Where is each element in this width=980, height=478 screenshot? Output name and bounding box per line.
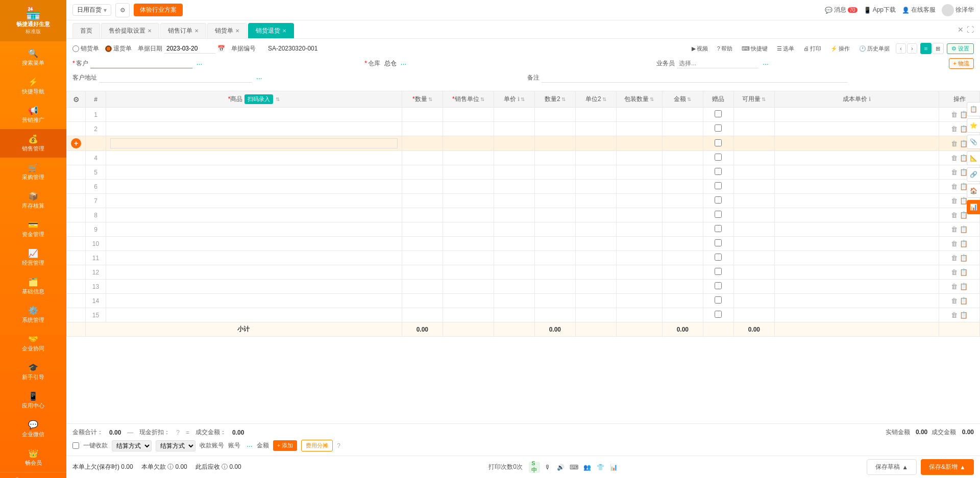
right-float-star[interactable]: ⭐ — [967, 118, 980, 133]
sidebar-item-wechat[interactable]: 💬 企业微信 — [0, 415, 66, 443]
pkg-qty-cell[interactable] — [616, 136, 662, 151]
unit2-cell[interactable] — [575, 108, 616, 122]
delete-row-btn[interactable]: 🗑 — [951, 168, 958, 176]
pkg-qty-cell[interactable] — [616, 122, 662, 136]
sale-radio-input[interactable] — [72, 45, 79, 52]
product-cell[interactable] — [106, 108, 402, 122]
product-cell[interactable] — [106, 136, 402, 151]
gift-cell[interactable] — [703, 122, 733, 136]
address-input[interactable] — [99, 73, 252, 83]
delete-row-btn[interactable]: 🗑 — [951, 125, 958, 133]
customer-picker-btn[interactable]: ··· — [197, 60, 203, 68]
right-float-link[interactable]: 🔗 — [967, 167, 980, 182]
sidebar-item-basic[interactable]: 🗂️ 基础信息 — [0, 272, 66, 300]
available-cell[interactable] — [733, 108, 774, 122]
sidebar-item-system[interactable]: ⚙️ 系统管理 — [0, 300, 66, 329]
sidebar-item-collab[interactable]: 🤝 企业协同 — [0, 329, 66, 358]
qty2-cell[interactable] — [534, 122, 575, 136]
delete-row-btn[interactable]: 🗑 — [951, 183, 958, 190]
tool-btn-4[interactable]: ⌨ — [569, 462, 580, 473]
amount-cell[interactable] — [662, 136, 703, 151]
experience-button[interactable]: 体验行业方案 — [134, 4, 183, 16]
settings-action-btn[interactable]: ⚙ 设置 — [947, 43, 974, 54]
tool-btn-7[interactable]: 📊 — [608, 462, 620, 473]
price-cell[interactable] — [494, 136, 534, 151]
select-btn[interactable]: ☰ 选单 — [774, 44, 797, 54]
sidebar-item-business[interactable]: 📈 经营管理 — [0, 243, 66, 272]
calc-select[interactable]: 结算方式 — [156, 440, 195, 451]
right-float-attach[interactable]: 📎 — [967, 135, 980, 149]
amount-cell[interactable] — [662, 122, 703, 136]
sidebar-item-member[interactable]: 👑 畅会员 — [0, 443, 66, 472]
gift-cell[interactable] — [703, 108, 733, 122]
right-float-active[interactable]: 📊 — [967, 200, 980, 214]
right-float-home[interactable]: 🏠 — [967, 184, 980, 198]
account-picker-btn[interactable]: ··· — [247, 442, 253, 450]
sidebar-item-sales[interactable]: 💰 销售管理 — [0, 129, 66, 158]
sidebar-item-inventory[interactable]: 📦 库存核算 — [0, 186, 66, 215]
calendar-icon[interactable]: 📅 — [217, 45, 225, 52]
delete-row-btn[interactable]: 🗑 — [951, 254, 958, 262]
delete-row-btn[interactable]: 🗑 — [951, 111, 958, 118]
tool-btn-5[interactable]: 👥 — [582, 462, 593, 473]
copy-row-btn[interactable]: 📋 — [960, 283, 968, 290]
return-radio-input[interactable] — [105, 45, 112, 52]
delete-row-btn[interactable]: 🗑 — [951, 268, 958, 276]
close-all-tabs-btn[interactable]: ✕ — [958, 26, 964, 34]
video-btn[interactable]: ▶ 视频 — [689, 44, 711, 54]
sidebar-item-marketing[interactable]: 📢 营销推广 — [0, 100, 66, 129]
delete-row-btn[interactable]: 🗑 — [951, 297, 958, 305]
delete-row-btn[interactable]: 🗑 — [951, 225, 958, 233]
sidebar-item-quicknav[interactable]: ⚡ 快捷导航 — [0, 72, 66, 100]
gift-checkbox[interactable] — [715, 296, 722, 304]
gift-checkbox[interactable] — [715, 311, 722, 318]
amount-cell[interactable] — [662, 108, 703, 122]
delete-row-btn[interactable]: 🗑 — [951, 140, 958, 147]
sales-unit-cell[interactable] — [443, 136, 494, 151]
tab-sales-order[interactable]: 销售订单 ✕ — [160, 23, 206, 38]
copy-row-btn[interactable]: 📋 — [960, 297, 968, 305]
available-cell[interactable] — [733, 136, 774, 151]
tool-btn-6[interactable]: 👕 — [595, 462, 606, 473]
price-cell[interactable] — [494, 122, 534, 136]
sales-unit-cell[interactable] — [443, 122, 494, 136]
tab-price-close[interactable]: ✕ — [148, 28, 152, 34]
delete-row-btn[interactable]: 🗑 — [951, 283, 958, 290]
gift-checkbox[interactable] — [715, 110, 722, 117]
available-cell[interactable] — [733, 122, 774, 136]
tab-sales[interactable]: 销货单 ✕ — [207, 23, 247, 38]
copy-row-btn[interactable]: 📋 — [960, 311, 968, 319]
user-profile[interactable]: 徐泽华 — [942, 4, 974, 16]
sales-unit-cell[interactable] — [443, 108, 494, 122]
gift-checkbox[interactable] — [715, 168, 722, 175]
salesperson-input[interactable] — [677, 59, 758, 68]
return-type-radio[interactable]: 退货单 — [105, 44, 132, 53]
copy-row-btn[interactable]: 📋 — [960, 268, 968, 276]
shortcut-btn[interactable]: ⌨ 快捷键 — [739, 44, 771, 54]
pkg-qty-cell[interactable] — [616, 108, 662, 122]
qty2-cell[interactable] — [534, 108, 575, 122]
delete-row-btn[interactable]: 🗑 — [951, 240, 958, 247]
fullscreen-btn[interactable]: ⛶ — [967, 26, 974, 34]
product-cell[interactable] — [106, 122, 402, 136]
tool-btn-3[interactable]: 🔊 — [555, 462, 567, 473]
gift-checkbox[interactable] — [715, 268, 722, 275]
tool-btn-2[interactable]: 🎙 — [542, 462, 553, 473]
sidebar-item-apps[interactable]: 📱 应用中心 — [0, 386, 66, 415]
qty2-cell[interactable] — [534, 136, 575, 151]
qty-cell[interactable] — [402, 108, 443, 122]
header-settings-btn[interactable]: ⚙ — [115, 3, 130, 17]
save-draft-btn[interactable]: 保存草稿 ▲ — [867, 459, 917, 475]
price-cell[interactable] — [494, 108, 534, 122]
cost-price-cell[interactable] — [774, 122, 939, 136]
gift-checkbox[interactable] — [715, 211, 722, 218]
qty-cell[interactable] — [402, 122, 443, 136]
add-payment-btn[interactable]: + 添加 — [273, 440, 297, 451]
sale-type-radio[interactable]: 销货单 — [72, 44, 99, 53]
delete-row-btn[interactable]: 🗑 — [951, 154, 958, 162]
print-toolbar-btn[interactable]: 🖨 打印 — [800, 44, 824, 54]
address-picker-btn[interactable]: ··· — [256, 74, 262, 82]
split-help-icon[interactable]: ? — [337, 442, 340, 449]
gift-cell[interactable] — [703, 136, 733, 151]
sidebar-item-finance[interactable]: 💳 资金管理 — [0, 215, 66, 243]
